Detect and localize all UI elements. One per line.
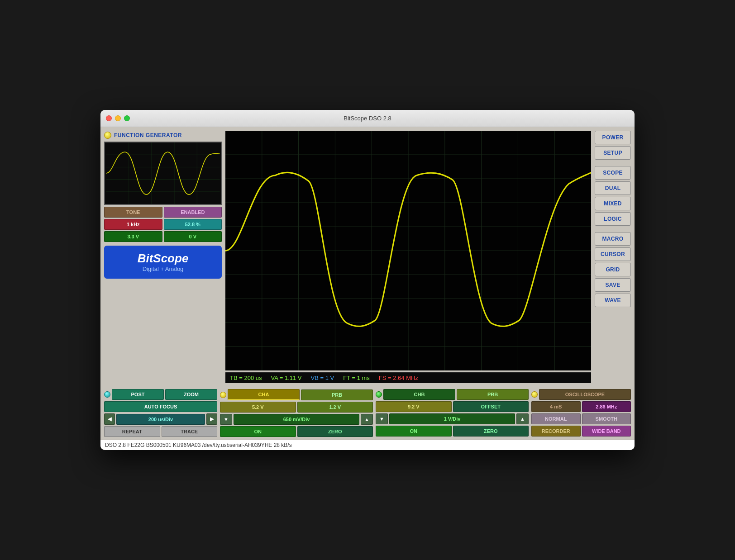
traffic-lights <box>106 115 130 121</box>
chb-led <box>376 391 382 398</box>
bitscope-logo: BitScope Digital + Analog <box>104 246 222 279</box>
chb-on-button[interactable]: ON <box>376 426 452 437</box>
chb-row1: CHB PRB <box>376 389 529 400</box>
cha-on-button[interactable]: ON <box>220 426 296 437</box>
bc-right-row2: 4 mS 2.86 MHz <box>531 401 631 412</box>
scope-button[interactable]: SCOPE <box>595 166 631 180</box>
osc-button[interactable]: OSCILLOSCOPE <box>539 389 631 400</box>
readout-ft: FT = 1 ms <box>343 375 370 381</box>
save-button[interactable]: SAVE <box>595 278 631 292</box>
bc-left-section: POST ZOOM AUTO FOCUS ◀ 200 us/Div ▶ REPE… <box>104 389 217 437</box>
chb-volt1[interactable]: 9.2 V <box>376 401 452 412</box>
bc-right-section: OSCILLOSCOPE 4 mS 2.86 MHz NORMAL SMOOTH… <box>531 389 631 437</box>
grid-button[interactable]: GRID <box>595 263 631 276</box>
cha-zero-button[interactable]: ZERO <box>297 426 373 437</box>
titlebar: BitScope DSO 2.8 <box>100 110 635 127</box>
cha-row3: ▼ 650 mV/Div ▲ <box>220 414 373 425</box>
main-content: FUNCTION GENERATOR <box>100 127 635 387</box>
osc-led <box>531 391 538 398</box>
bc-left-row4: REPEAT TRACE <box>104 426 217 437</box>
repeat-button[interactable]: REPEAT <box>104 426 160 437</box>
time-value[interactable]: 200 us/Div <box>116 414 205 425</box>
recorder-button[interactable]: RECORDER <box>531 426 581 437</box>
zoom-button[interactable]: ZOOM <box>165 389 217 400</box>
wideband-button[interactable]: WIDE BAND <box>582 426 631 437</box>
volt-offset-row: 3.3 V 0 V <box>104 231 222 242</box>
readout-fs: FS = 2.64 MHz <box>379 375 418 381</box>
chb-button[interactable]: CHB <box>383 389 455 400</box>
enabled-button[interactable]: ENABLED <box>164 207 222 218</box>
cursor-button[interactable]: CURSOR <box>595 247 631 261</box>
readout-tb: TB = 200 us <box>230 375 262 381</box>
normal-button[interactable]: NORMAL <box>531 413 581 424</box>
autofocus-button[interactable]: AUTO FOCUS <box>104 401 217 412</box>
tone-enabled-row: TONE ENABLED <box>104 207 222 218</box>
freq-button[interactable]: 1 kHz <box>104 219 162 230</box>
app-window: BitScope DSO 2.8 FUNCTION GENERATOR <box>100 110 635 450</box>
maximize-button[interactable] <box>124 115 130 121</box>
func-gen-controls: TONE ENABLED 1 kHz 52.8 % 3.3 V 0 V <box>104 207 222 242</box>
wave-button[interactable]: WAVE <box>595 294 631 307</box>
cha-volt1[interactable]: 5.2 V <box>220 402 296 413</box>
status-bar: DSO 2.8 FE22G BS000501 KU96MA03 /dev/tty… <box>100 440 635 450</box>
cha-led <box>220 392 226 398</box>
bc-right-row3: NORMAL SMOOTH <box>531 413 631 424</box>
logo-subtitle: Digital + Analog <box>109 266 217 272</box>
chb-prb-button[interactable]: PRB <box>457 389 529 400</box>
left-panel: FUNCTION GENERATOR <box>104 131 222 383</box>
chb-row3: ▼ 1 V/Div ▲ <box>376 413 529 424</box>
status-text: DSO 2.8 FE22G BS000501 KU96MA03 /dev/tty… <box>105 442 292 448</box>
bc-right-row4: RECORDER WIDE BAND <box>531 426 631 437</box>
scope-area: TB = 200 us VA = 1.11 V VB = 1 V FT = 1 … <box>225 131 591 383</box>
bc-right-row1: OSCILLOSCOPE <box>531 389 631 400</box>
chb-row2: 9.2 V OFFSET <box>376 401 529 412</box>
logic-button[interactable]: LOGIC <box>595 212 631 226</box>
macro-button[interactable]: MACRO <box>595 232 631 246</box>
dual-button[interactable]: DUAL <box>595 181 631 195</box>
mixed-button[interactable]: MIXED <box>595 197 631 210</box>
cha-volt2[interactable]: 1.2 V <box>297 402 373 413</box>
bc-left-row3: ◀ 200 us/Div ▶ <box>104 413 217 425</box>
cha-divider[interactable]: 650 mV/Div <box>234 414 359 425</box>
chb-div-down[interactable]: ▼ <box>376 413 388 424</box>
cha-row2: 5.2 V 1.2 V <box>220 402 373 413</box>
time-right-arrow[interactable]: ▶ <box>206 413 217 425</box>
ms-value[interactable]: 4 mS <box>531 401 581 412</box>
post-button[interactable]: POST <box>112 389 164 400</box>
func-gen-title: FUNCTION GENERATOR <box>114 132 182 138</box>
cha-div-up[interactable]: ▲ <box>361 414 373 425</box>
minimize-button[interactable] <box>115 115 121 121</box>
smooth-button[interactable]: SMOOTH <box>582 413 631 424</box>
mhz-value[interactable]: 2.86 MHz <box>582 401 631 412</box>
bc-cha-section: CHA PRB 5.2 V 1.2 V ▼ 650 mV/Div ▲ ON Z <box>220 389 373 437</box>
window-title: BitScope DSO 2.8 <box>344 115 391 122</box>
setup-button[interactable]: SETUP <box>595 146 631 160</box>
close-button[interactable] <box>106 115 112 121</box>
bc-left-row2: AUTO FOCUS <box>104 401 217 412</box>
mini-scope-display <box>104 142 222 205</box>
chb-offset[interactable]: OFFSET <box>453 401 529 412</box>
freq-duty-row: 1 kHz 52.8 % <box>104 219 222 230</box>
scope-readouts: TB = 200 us VA = 1.11 V VB = 1 V FT = 1 … <box>225 372 591 383</box>
func-gen-led <box>104 132 111 139</box>
trace-button[interactable]: TRACE <box>162 426 218 437</box>
scope-display <box>225 131 591 370</box>
chb-div-up[interactable]: ▲ <box>516 413 529 424</box>
cha-prb-button[interactable]: PRB <box>301 389 373 400</box>
logo-title: BitScope <box>109 252 217 265</box>
cha-row1: CHA PRB <box>220 389 373 400</box>
tone-button[interactable]: TONE <box>104 207 162 218</box>
cha-div-down[interactable]: ▼ <box>220 414 232 425</box>
chb-divider[interactable]: 1 V/Div <box>389 413 515 424</box>
bottom-strip: POST ZOOM AUTO FOCUS ◀ 200 us/Div ▶ REPE… <box>100 387 635 440</box>
time-left-arrow[interactable]: ◀ <box>104 413 115 425</box>
offset-button[interactable]: 0 V <box>164 231 222 242</box>
readout-vb: VB = 1 V <box>311 375 334 381</box>
duty-button[interactable]: 52.8 % <box>164 219 222 230</box>
power-button[interactable]: POWER <box>595 131 631 144</box>
volt-button[interactable]: 3.3 V <box>104 231 162 242</box>
cha-row4: ON ZERO <box>220 426 373 437</box>
chb-zero-button[interactable]: ZERO <box>453 426 529 437</box>
cha-button[interactable]: CHA <box>228 389 300 400</box>
bc-chb-section: CHB PRB 9.2 V OFFSET ▼ 1 V/Div ▲ ON ZER <box>376 389 529 437</box>
